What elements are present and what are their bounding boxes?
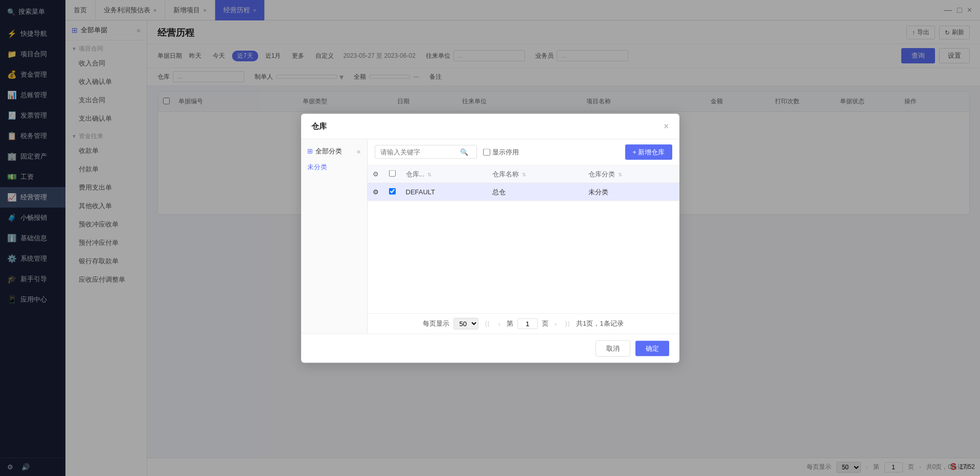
modal-title: 仓库 bbox=[311, 121, 327, 131]
modal-header: 仓库 × bbox=[301, 114, 679, 139]
modal-pagination: 每页显示 50 ⟨⟨ ‹ 第 页 › ⟩⟩ 共1页，1条记录 bbox=[368, 313, 679, 333]
pagination-last[interactable]: ⟩⟩ bbox=[563, 319, 572, 328]
pagination-total: 共1页，1条记录 bbox=[576, 319, 623, 328]
cancel-button[interactable]: 取消 bbox=[596, 340, 630, 356]
th-name[interactable]: 仓库名称 ⇅ bbox=[487, 165, 583, 183]
gear-header-icon[interactable]: ⚙ bbox=[373, 170, 379, 178]
modal-left-header: ⊞ 全部分类 « bbox=[301, 143, 367, 158]
modal-toolbar: 🔍 显示停用 + 新增仓库 bbox=[368, 139, 679, 165]
show-disabled-label: 显示停用 bbox=[492, 147, 519, 156]
code-sort-icon: ⇅ bbox=[427, 171, 431, 177]
modal-left-item-label: 未分类 bbox=[307, 163, 327, 170]
pagination-page-input[interactable] bbox=[517, 318, 538, 329]
row-code: DEFAULT bbox=[401, 183, 488, 201]
th-code-label: 仓库... bbox=[406, 170, 425, 177]
search-icon: 🔍 bbox=[460, 148, 468, 156]
warehouse-table-body: ⚙ DEFAULT 总仓 未分类 bbox=[368, 183, 679, 201]
show-disabled-group: 显示停用 bbox=[483, 147, 519, 156]
table-header-row: ⚙ 仓库... ⇅ 仓库名称 ⇅ bbox=[368, 165, 679, 183]
row-check[interactable] bbox=[384, 183, 401, 201]
modal-footer: 取消 确定 bbox=[301, 333, 679, 362]
th-check bbox=[384, 165, 401, 183]
category-sort-icon: ⇅ bbox=[618, 171, 622, 177]
modal-body: ⊞ 全部分类 « 未分类 🔍 bbox=[301, 139, 679, 333]
modal-left-all-label[interactable]: 全部分类 bbox=[315, 146, 342, 155]
pagination-per-page-select[interactable]: 50 bbox=[453, 318, 478, 329]
th-gear: ⚙ bbox=[368, 165, 384, 183]
pagination-page-suffix: 页 bbox=[542, 319, 549, 328]
row-name: 总仓 bbox=[487, 183, 583, 201]
warehouse-modal: 仓库 × ⊞ 全部分类 « 未分类 bbox=[301, 114, 679, 362]
modal-left-item-uncategorized[interactable]: 未分类 bbox=[301, 158, 367, 175]
warehouse-table: ⚙ 仓库... ⇅ 仓库名称 ⇅ bbox=[368, 165, 679, 201]
row-gear[interactable]: ⚙ bbox=[368, 183, 384, 201]
pagination-next[interactable]: › bbox=[553, 319, 559, 328]
modal-table: ⚙ 仓库... ⇅ 仓库名称 ⇅ bbox=[368, 165, 679, 313]
th-category-label: 仓库分类 bbox=[588, 170, 615, 177]
table-row[interactable]: ⚙ DEFAULT 总仓 未分类 bbox=[368, 183, 679, 201]
row-checkbox[interactable] bbox=[389, 188, 396, 194]
row-category: 未分类 bbox=[583, 183, 679, 201]
modal-search-input[interactable] bbox=[380, 148, 457, 156]
table-header-checkbox[interactable] bbox=[389, 170, 396, 176]
modal-left-panel: ⊞ 全部分类 « 未分类 bbox=[301, 139, 368, 333]
left-panel-grid-icon: ⊞ bbox=[307, 147, 313, 155]
modal-right-panel: 🔍 显示停用 + 新增仓库 ⚙ bbox=[368, 139, 679, 333]
modal-close-button[interactable]: × bbox=[664, 121, 669, 131]
add-warehouse-button[interactable]: + 新增仓库 bbox=[625, 144, 672, 160]
modal-search-box[interactable]: 🔍 bbox=[375, 145, 477, 159]
modal-left-collapse[interactable]: « bbox=[357, 147, 361, 155]
name-sort-icon: ⇅ bbox=[522, 171, 526, 177]
confirm-button[interactable]: 确定 bbox=[635, 341, 669, 356]
pagination-first[interactable]: ⟨⟨ bbox=[483, 319, 492, 328]
pagination-per-page-label: 每页显示 bbox=[423, 319, 449, 328]
pagination-page-label: 第 bbox=[507, 319, 513, 328]
pagination-prev[interactable]: ‹ bbox=[496, 319, 502, 328]
show-disabled-checkbox[interactable] bbox=[483, 148, 490, 155]
th-code[interactable]: 仓库... ⇅ bbox=[401, 165, 488, 183]
th-name-label: 仓库名称 bbox=[492, 170, 519, 177]
th-category[interactable]: 仓库分类 ⇅ bbox=[583, 165, 679, 183]
